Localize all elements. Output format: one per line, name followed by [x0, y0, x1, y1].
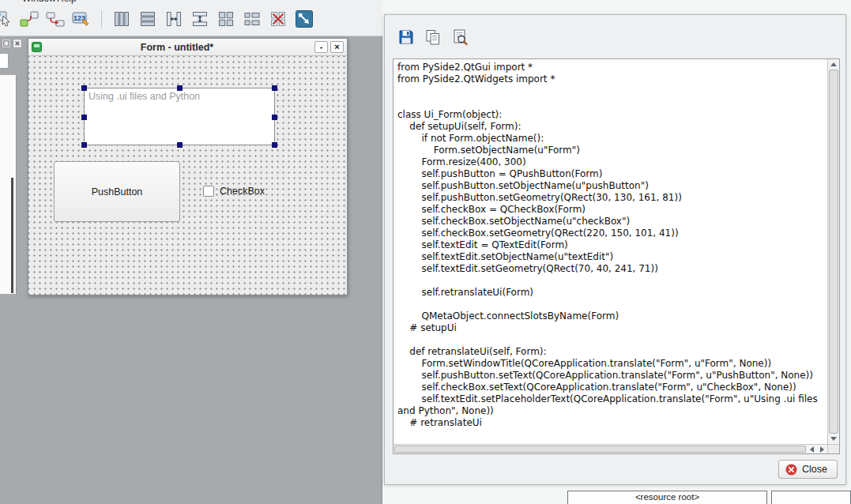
copy-icon[interactable]	[424, 28, 442, 46]
layout-vertical-icon[interactable]	[138, 9, 157, 28]
form-editor-window: Form - untitled* - × Using .ui files and…	[28, 38, 348, 295]
dock-float-button[interactable]	[2, 39, 11, 48]
layout-vertical-splitter-icon[interactable]	[190, 9, 209, 28]
edit-tab-order-icon[interactable]: 123	[72, 9, 91, 28]
layout-horizontal-icon[interactable]	[112, 9, 131, 28]
qt-designer-screen: Window Help 123	[0, 0, 851, 504]
resource-side-panel	[771, 491, 851, 504]
scrollbar-corner	[827, 444, 839, 453]
checkbox-widget[interactable]: CheckBox	[203, 186, 265, 197]
selection-handle-e[interactable]	[272, 115, 277, 120]
menu-help[interactable]: Help	[57, 0, 77, 4]
menu-bar: Window Help	[0, 0, 382, 5]
horizontal-scrollbar-thumb[interactable]	[394, 446, 806, 453]
code-viewer: from PySide2.QtGui import * from PySide2…	[393, 58, 840, 454]
scroll-left-arrow[interactable]	[807, 445, 817, 453]
vertical-scrollbar[interactable]	[827, 59, 839, 444]
widgetbox-scrollbar[interactable]	[11, 178, 13, 293]
checkbox-label: CheckBox	[220, 186, 265, 197]
edit-signals-slots-icon[interactable]	[20, 9, 39, 28]
selection-handle-n[interactable]	[177, 85, 183, 91]
selection-handle-ne[interactable]	[272, 85, 277, 91]
form-window-title: Form - untitled*	[42, 42, 312, 53]
code-text[interactable]: from PySide2.QtGui import * from PySide2…	[393, 59, 827, 444]
layout-horizontal-splitter-icon[interactable]	[164, 9, 183, 28]
scroll-up-arrow[interactable]	[828, 59, 839, 70]
edit-buddies-icon[interactable]	[46, 9, 65, 28]
form-close-button[interactable]: ×	[330, 41, 344, 53]
form-window-icon	[32, 42, 42, 52]
layout-form-icon[interactable]	[243, 9, 262, 28]
selection-handle-w[interactable]	[81, 115, 87, 120]
save-icon[interactable]	[397, 28, 415, 46]
form-window-titlebar[interactable]: Form - untitled* - ×	[28, 39, 347, 56]
close-button-label: Close	[802, 464, 827, 475]
toolbar-separator	[101, 10, 102, 28]
layout-grid-icon[interactable]	[217, 9, 235, 28]
selection-handle-sw[interactable]	[81, 142, 87, 148]
textedit-widget[interactable]: Using .ui files and Python	[84, 88, 275, 145]
pushbutton-widget[interactable]: PushButton	[54, 161, 180, 222]
mdi-area: Form - untitled* - × Using .ui files and…	[0, 36, 382, 504]
edit-widgets-icon[interactable]	[0, 9, 13, 28]
selection-handle-s[interactable]	[177, 142, 183, 148]
vertical-scrollbar-thumb[interactable]	[829, 70, 838, 434]
main-toolbar: 123	[0, 9, 314, 28]
adjust-size-icon[interactable]	[295, 9, 314, 28]
scroll-right-arrow[interactable]	[817, 445, 827, 453]
top-bar: Window Help 123	[0, 0, 382, 36]
find-icon[interactable]	[451, 28, 469, 46]
scroll-down-arrow[interactable]	[828, 434, 839, 444]
code-dialog-toolbar	[397, 28, 469, 46]
resource-root-label: <resource root>	[635, 492, 699, 502]
form-minimize-button[interactable]: -	[314, 41, 328, 53]
code-preview-dialog: from PySide2.QtGui import * from PySide2…	[384, 14, 846, 485]
close-circle-icon	[785, 464, 797, 476]
menu-window[interactable]: Window	[22, 0, 56, 4]
selection-handle-nw[interactable]	[81, 85, 87, 91]
close-dialog-button[interactable]: Close	[778, 460, 838, 479]
checkbox-indicator[interactable]	[203, 186, 214, 197]
selection-handle-se[interactable]	[272, 142, 277, 148]
widgetbox-filter-input[interactable]	[0, 53, 9, 69]
widgetbox-panel	[0, 75, 17, 294]
resource-root-item[interactable]: <resource root>	[567, 491, 767, 504]
form-canvas[interactable]: Using .ui files and Python PushButton Ch…	[28, 56, 347, 295]
dock-close-button[interactable]	[13, 39, 22, 48]
break-layout-icon[interactable]	[269, 9, 288, 28]
textedit-placeholder: Using .ui files and Python	[88, 91, 200, 102]
horizontal-scrollbar[interactable]	[393, 444, 827, 453]
